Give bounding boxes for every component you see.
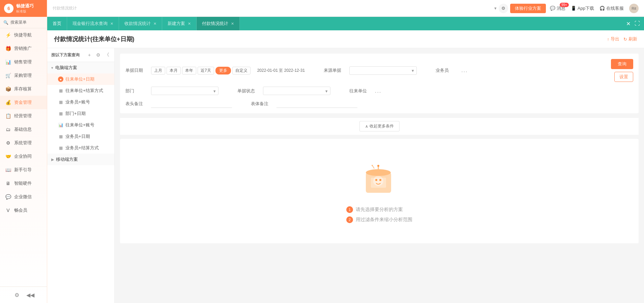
avatar[interactable]: Rit: [629, 4, 639, 13]
page-title-actions: ↑ 导出 ↻ 刷新: [607, 36, 638, 42]
tab-new-scheme-close-icon[interactable]: ✕: [188, 22, 191, 26]
sidebar-item-finance[interactable]: 💰 资金管理: [0, 96, 47, 109]
scheme-item-dept-date[interactable]: ▦ 部门+日期: [47, 108, 114, 119]
sidebar-item-basic[interactable]: 🗂 基础信息: [0, 123, 47, 136]
sidebar-item-operations[interactable]: 📋 经营管理: [0, 109, 47, 123]
scheme-item-partner-account[interactable]: 📊 往来单位+账号: [47, 119, 114, 131]
add-scheme-btn[interactable]: +: [86, 52, 93, 58]
date-btn-7days[interactable]: 近7天: [198, 67, 214, 74]
empty-svg: [356, 159, 403, 200]
sidebar-item-sales[interactable]: 📊 销售管理: [0, 55, 47, 69]
staff-label: 业务员: [436, 67, 456, 73]
mobile-scheme-header[interactable]: ▶ 移动端方案: [47, 154, 114, 165]
logo-sub: 标准版: [16, 9, 34, 14]
collapse-label: 收起更多条件: [370, 123, 394, 129]
expand-tab-btn[interactable]: ⛶: [635, 21, 640, 27]
collapse-sidebar-btn[interactable]: ◀◀: [25, 290, 36, 300]
date-btn-more[interactable]: 更多: [215, 67, 231, 74]
date-btn-this-month[interactable]: 本月: [167, 67, 181, 74]
notifications-btn[interactable]: 💬 消息 99+: [550, 5, 565, 11]
sidebar-item-enterprise[interactable]: 🤝 企业协同: [0, 150, 47, 163]
sidebar-logo: 6 畅捷通巧 标准版: [0, 0, 47, 17]
notification-badge: 99+: [560, 3, 569, 7]
scheme-item-staff-account[interactable]: ▦ 业务员+账号: [47, 96, 114, 108]
tab-receipts-close-icon[interactable]: ✕: [153, 22, 156, 26]
logo-brand: 畅捷通巧: [16, 3, 34, 9]
sidebar-item-wechat[interactable]: 💬 企业微信: [0, 190, 47, 204]
export-icon: ↑: [607, 37, 610, 42]
body-note-input[interactable]: [276, 100, 357, 108]
sidebar-bottom: ⚙ ◀◀: [0, 286, 47, 303]
tab-payments[interactable]: 付款情况统计 ✕: [197, 17, 240, 30]
source-select[interactable]: [349, 66, 417, 75]
tab-home[interactable]: 首页: [47, 17, 67, 30]
breadcrumb-path: 付款情况统计: [53, 6, 77, 10]
desktop-scheme-header[interactable]: ▾ 电脑端方案: [47, 62, 114, 73]
sidebar-item-guide[interactable]: 📖 新手引导: [0, 163, 47, 177]
scheme-item-label: 部门+日期: [65, 111, 86, 117]
app-download-label: App下载: [578, 5, 594, 11]
sidebar-item-quick-nav[interactable]: ⚡ 快捷导航: [0, 28, 47, 42]
left-panel-header: 按以下方案查询 + ⚙ 《: [47, 48, 114, 62]
header-settings-btn[interactable]: ⚙: [499, 4, 508, 13]
tab-cashflow[interactable]: 现金银行流水查询 ✕: [67, 17, 119, 30]
active-scheme-icon: ●: [58, 77, 63, 82]
scheme-settings-btn[interactable]: ⚙: [95, 52, 101, 58]
sidebar-item-hardware[interactable]: 🖥 智能硬件: [0, 177, 47, 190]
scheme-item-staff-settle[interactable]: ▦ 业务员+结算方式: [47, 142, 114, 154]
header-note-label: 表头备注: [125, 101, 146, 107]
settings-bottom-btn[interactable]: ⚙: [11, 290, 22, 300]
sidebar-item-purchase[interactable]: 🛒 采购管理: [0, 69, 47, 82]
sidebar-item-member[interactable]: V 畅会员: [0, 204, 47, 217]
search-menu[interactable]: 🔍 搜索菜单: [0, 17, 47, 28]
partner-dots[interactable]: ...: [375, 88, 381, 94]
collapse-panel-btn[interactable]: 《: [104, 52, 110, 58]
collapse-icon: ∧: [365, 124, 368, 129]
sidebar-item-label: 畅会员: [14, 207, 27, 213]
tab-new-scheme[interactable]: 新建方案 ✕: [162, 17, 197, 30]
date-btn-custom[interactable]: 自定义: [232, 67, 251, 74]
partner-label: 往来单位: [349, 88, 370, 94]
app-icon: 📱: [571, 6, 576, 11]
member-icon: V: [5, 207, 11, 214]
scheme-item-partner-date[interactable]: ● 往来单位+日期: [47, 73, 114, 85]
tab-cashflow-close-icon[interactable]: ✕: [110, 22, 113, 26]
close-all-tabs-btn[interactable]: ✕: [626, 21, 631, 27]
query-btn[interactable]: 查询: [611, 59, 633, 69]
collapse-row: ∧ 收起更多条件: [120, 117, 639, 135]
filter-actions: 查询 设置: [611, 59, 633, 82]
header-note-input[interactable]: [151, 100, 232, 108]
scheme-item-staff-date[interactable]: ▦ 业务员+日期: [47, 131, 114, 142]
right-panel: 单据日期 上月 本月 本年 近7天 更多 自定义 2022-01-01 至 20…: [115, 48, 644, 303]
svg-point-4: [375, 179, 377, 181]
filter-row-2: 部门 单据状态 往来单位 ...: [125, 87, 633, 95]
sidebar-item-system[interactable]: ⚙ 系统管理: [0, 136, 47, 150]
collapse-btn[interactable]: ∧ 收起更多条件: [359, 121, 400, 131]
dept-select[interactable]: [151, 87, 218, 95]
scheme-item-partner-settle[interactable]: ▦ 往来单位+结算方式: [47, 85, 114, 96]
source-select-wrap: [349, 66, 417, 75]
refresh-btn[interactable]: ↻ 刷新: [623, 36, 637, 42]
svg-line-8: [373, 166, 374, 169]
trial-btn[interactable]: 体验行业方案: [510, 4, 546, 13]
date-btn-this-year[interactable]: 本年: [182, 67, 196, 74]
tab-payments-close-icon[interactable]: ✕: [231, 22, 234, 26]
empty-illustration: [356, 159, 403, 200]
dropdown-arrow-icon[interactable]: ▾: [494, 6, 497, 11]
svg-point-5: [379, 179, 381, 181]
online-service-btn[interactable]: 🎧 在线客服: [599, 5, 624, 11]
app-download-btn[interactable]: 📱 App下载: [571, 5, 594, 11]
column-settings-btn[interactable]: 设置: [614, 72, 633, 82]
scheme-item-label: 业务员+账号: [65, 99, 90, 105]
wechat-icon: 💬: [5, 193, 11, 200]
service-icon: 🎧: [599, 6, 605, 11]
doc-status-select[interactable]: [263, 87, 330, 95]
sales-icon: 📊: [5, 59, 11, 65]
sidebar-item-inventory[interactable]: 📦 库存核算: [0, 82, 47, 96]
date-btn-last-month[interactable]: 上月: [151, 67, 165, 74]
sidebar-item-marketing[interactable]: 🎁 营销推广: [0, 42, 47, 55]
staff-dots[interactable]: ...: [461, 67, 468, 73]
export-btn[interactable]: ↑ 导出: [607, 36, 620, 42]
tab-receipts[interactable]: 收款情况统计 ✕: [119, 17, 162, 30]
hint-text-1: 请先选择要分析的方案: [356, 207, 403, 213]
